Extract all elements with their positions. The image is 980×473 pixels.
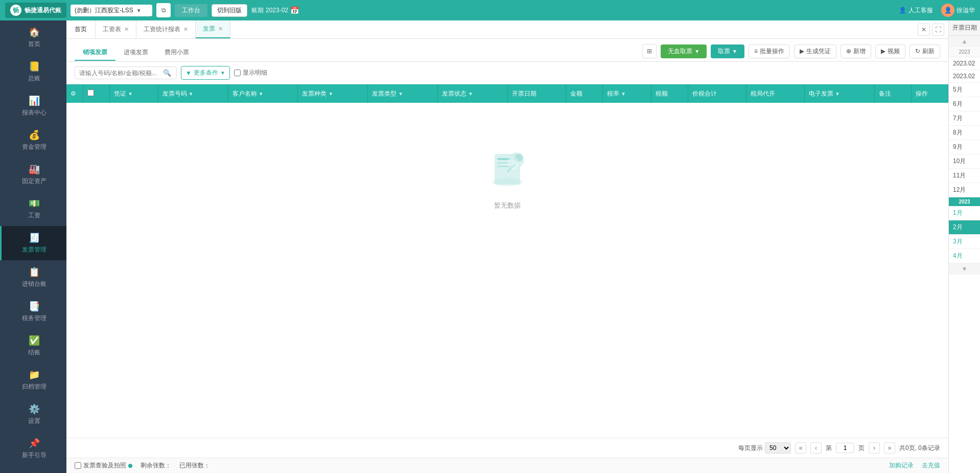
- new-button[interactable]: ⊕ 新增: [841, 44, 871, 58]
- sidebar-item-settings[interactable]: ⚙️ 设置: [0, 397, 66, 432]
- sidebar-item-purchase[interactable]: 📋 进销台账: [0, 260, 66, 295]
- user-area[interactable]: 👤 徐溢华: [941, 4, 975, 17]
- col-settings[interactable]: ⚙: [66, 84, 83, 103]
- company-selector[interactable]: (勿删）江西股宝-LSS ▼: [71, 5, 152, 16]
- col-invoice-type-filter[interactable]: ▼: [328, 91, 333, 97]
- take-invoice-button[interactable]: 取票 ▼: [711, 44, 744, 58]
- col-invoice-no-filter[interactable]: ▼: [189, 91, 194, 97]
- tabs-bar: 首页 工资表 ✕ 工资统计报表 ✕ 发票 ✕ ✕ ⛶: [66, 20, 948, 39]
- page-next-button[interactable]: ›: [869, 442, 880, 454]
- take-dropdown-icon: ▼: [732, 49, 737, 54]
- cal-month-10[interactable]: 10月: [949, 154, 980, 169]
- col-actions: 操作: [911, 84, 948, 103]
- cal-month-3[interactable]: 3月: [949, 235, 980, 249]
- tab-invoice[interactable]: 发票 ✕: [196, 20, 230, 38]
- more-conditions-button[interactable]: ▼ 更多条件 ▼: [181, 66, 230, 80]
- sidebar-item-assets[interactable]: 🏭 固定资产: [0, 157, 66, 192]
- cal-month-label: 7月: [953, 114, 963, 123]
- page-label: 第: [826, 444, 832, 453]
- select-all-checkbox[interactable]: [87, 89, 94, 96]
- sidebar-item-archive[interactable]: 📁 归档管理: [0, 363, 66, 397]
- sidebar-label-assets: 固定资产: [22, 177, 46, 186]
- cal-month-8[interactable]: 8月: [949, 126, 980, 140]
- go-purchase-link[interactable]: 去充值: [922, 461, 940, 470]
- page-number-input[interactable]: [836, 443, 854, 453]
- sidebar-item-salary[interactable]: 💵 工资: [0, 192, 66, 226]
- sidebar-item-guide[interactable]: 📌 新手引导: [0, 432, 66, 466]
- sidebar-item-tax[interactable]: 📑 税务管理: [0, 295, 66, 329]
- tab-close-all-button[interactable]: ✕: [918, 24, 930, 36]
- col-tax-rate-filter[interactable]: ▼: [621, 91, 626, 97]
- support-button[interactable]: 👤 人工客服: [899, 6, 933, 15]
- work-bench-button[interactable]: 工作台: [175, 4, 207, 17]
- refresh-button[interactable]: ↻ 刷新: [909, 44, 940, 58]
- tab-home[interactable]: 首页: [66, 20, 96, 38]
- switch-old-button[interactable]: 切到旧版: [212, 4, 247, 17]
- tab-maximize-button[interactable]: ⛶: [932, 24, 944, 36]
- no-red-invoice-button[interactable]: 无血取票 ▼: [661, 44, 707, 58]
- per-page-select[interactable]: 20 50 100: [765, 442, 791, 454]
- tab-salary-stats-close[interactable]: ✕: [183, 26, 188, 33]
- sidebar-item-funds[interactable]: 💰 资金管理: [0, 123, 66, 157]
- batch-ops-button[interactable]: ≡ 批量操作: [749, 44, 790, 58]
- sidebar-item-ledger[interactable]: 📒 总账: [0, 55, 66, 89]
- show-detail-checkbox[interactable]: [234, 70, 241, 76]
- search-input[interactable]: [79, 70, 161, 77]
- sub-tab-expense[interactable]: 费用小票: [156, 45, 197, 61]
- sidebar-item-member[interactable]: 👑 畅会员: [0, 466, 66, 473]
- show-detail-label: 显示明细: [243, 69, 267, 77]
- page-first-button[interactable]: «: [795, 442, 806, 454]
- tab-salary-sheet[interactable]: 工资表 ✕: [96, 20, 136, 38]
- page-prev-button[interactable]: ‹: [810, 442, 822, 454]
- cal-month-6[interactable]: 6月: [949, 97, 980, 111]
- generate-voucher-button[interactable]: ▶ 生成凭证: [794, 44, 836, 58]
- add-record-link[interactable]: 加购记录: [889, 461, 914, 470]
- tabs-right: ✕ ⛶: [918, 24, 948, 36]
- page-size-area: 每页显示 20 50 100: [738, 442, 791, 454]
- col-voucher-filter[interactable]: ▼: [128, 91, 133, 97]
- tab-home-label: 首页: [75, 25, 87, 34]
- calendar-header: 开票日期: [949, 20, 980, 36]
- grid-view-button[interactable]: ⊞: [642, 44, 657, 58]
- cal-scroll-down[interactable]: ▼: [949, 263, 980, 275]
- cal-month-2023-02-b[interactable]: 2023.02: [949, 70, 980, 83]
- sidebar-item-home[interactable]: 🏠 首页: [0, 20, 66, 55]
- settings-col-icon: ⚙: [71, 90, 76, 97]
- sub-tab-expense-label: 费用小票: [165, 49, 189, 56]
- sidebar-label-tax: 税务管理: [22, 314, 46, 323]
- cal-month-5[interactable]: 5月: [949, 83, 980, 97]
- tab-invoice-close[interactable]: ✕: [218, 26, 223, 32]
- sidebar-item-invoice[interactable]: 🧾 发票管理: [0, 226, 66, 260]
- cal-month-7[interactable]: 7月: [949, 111, 980, 126]
- cal-month-2-active[interactable]: 2月: [949, 220, 980, 235]
- col-invoice-status-filter[interactable]: ▼: [468, 91, 473, 97]
- col-checkbox[interactable]: [83, 84, 110, 103]
- page-last-button[interactable]: »: [884, 442, 895, 454]
- col-invoice-category-filter[interactable]: ▼: [398, 91, 403, 97]
- video-button[interactable]: ▶ 视频: [875, 44, 905, 58]
- cal-month-4[interactable]: 4月: [949, 249, 980, 263]
- tab-salary-sheet-close[interactable]: ✕: [124, 26, 129, 33]
- table-header-row: ⚙ 凭证 ▼: [66, 84, 948, 103]
- copy-icon-btn[interactable]: ⧉: [156, 3, 171, 17]
- sub-tab-purchase[interactable]: 进项发票: [115, 45, 156, 61]
- cal-month-9[interactable]: 9月: [949, 140, 980, 154]
- sub-tab-sales[interactable]: 销项发票: [75, 45, 115, 61]
- col-e-invoice-filter[interactable]: ▼: [835, 91, 840, 97]
- batch-ops-icon: ≡: [754, 48, 758, 55]
- calendar-icon[interactable]: 📅: [290, 6, 299, 14]
- cal-month-1[interactable]: 1月: [949, 206, 980, 220]
- tab-salary-stats[interactable]: 工资统计报表 ✕: [136, 20, 196, 38]
- cal-month-2023-02-a[interactable]: 2023.02: [949, 57, 980, 70]
- check-invoice-checkbox[interactable]: [75, 462, 81, 469]
- show-detail-checkbox-area[interactable]: 显示明细: [234, 69, 267, 77]
- video-label: 视频: [888, 47, 900, 56]
- sidebar-item-reports[interactable]: 📊 报表中心: [0, 89, 66, 123]
- cal-month-11[interactable]: 11月: [949, 169, 980, 183]
- cal-scroll-up[interactable]: ▲: [949, 36, 980, 47]
- search-icon[interactable]: 🔍: [163, 69, 171, 77]
- col-e-invoice-label: 电子发票: [809, 89, 833, 98]
- cal-month-12[interactable]: 12月: [949, 183, 980, 197]
- sidebar-item-checkout[interactable]: ✅ 结账: [0, 329, 66, 363]
- col-customer-filter[interactable]: ▼: [259, 91, 264, 97]
